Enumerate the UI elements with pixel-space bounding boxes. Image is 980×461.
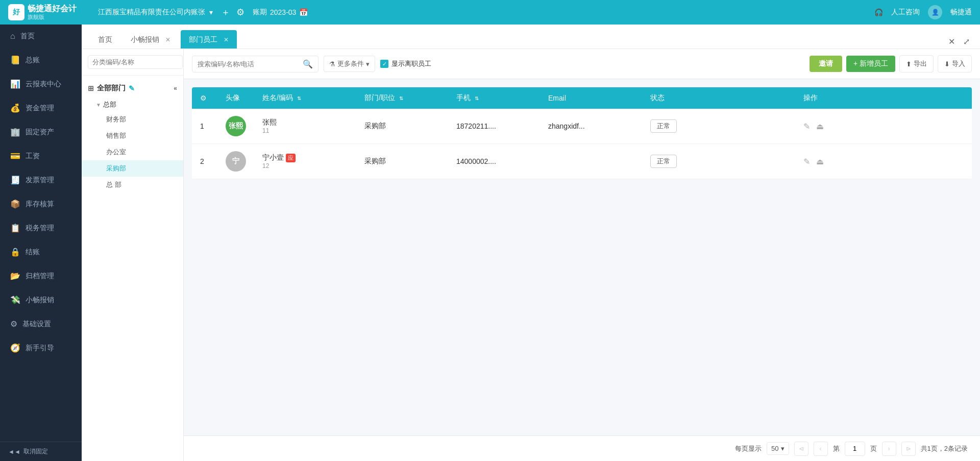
sidebar-item-tax[interactable]: 📋 税务管理 <box>0 216 82 240</box>
show-resigned-toggle[interactable]: 显示离职员工 <box>380 59 431 68</box>
sidebar-item-capital[interactable]: 💰 资金管理 <box>0 96 82 120</box>
sidebar-item-inventory[interactable]: 📦 库存核算 <box>0 192 82 216</box>
ying-badge: 应 <box>286 154 296 162</box>
row-email: zhangxidf... <box>540 109 642 144</box>
tab-xiaochang-close[interactable]: ✕ <box>165 36 170 43</box>
row-phone: 14000002.... <box>448 144 540 179</box>
collapse-icon[interactable]: « <box>174 85 177 92</box>
col-settings[interactable]: ⚙ <box>192 87 217 109</box>
dept-search-input[interactable] <box>88 55 183 69</box>
sidebar-item-label: 小畅报销 <box>26 296 54 305</box>
sidebar-item-label: 发票管理 <box>26 176 54 185</box>
sidebar-item-settings[interactable]: ⚙ 基础设置 <box>0 312 82 336</box>
settings-icon[interactable]: ⚙ <box>236 7 244 18</box>
emp-avatar: 宁 <box>226 151 246 172</box>
edit-emp-icon[interactable]: ✎ <box>803 157 810 166</box>
delete-emp-icon[interactable]: ⏏ <box>816 122 824 131</box>
search-icon[interactable]: 🔍 <box>303 59 313 69</box>
page-no-label: 第 <box>833 444 840 453</box>
col-phone[interactable]: 手机 ⇅ <box>448 87 540 109</box>
tab-dept-emp[interactable]: 部门员工 ✕ <box>181 30 237 48</box>
sidebar-item-archive[interactable]: 📂 归档管理 <box>0 264 82 288</box>
dept-group-label: 总部 <box>103 100 116 109</box>
last-page-btn[interactable]: ⊳ <box>901 442 916 456</box>
calendar-icon[interactable]: 📅 <box>299 8 308 16</box>
dept-child-label: 销售部 <box>106 132 126 139</box>
emp-search-box: 🔍 <box>192 56 318 72</box>
sidebar-item-ledger[interactable]: 📒 总账 <box>0 48 82 72</box>
period-value[interactable]: 2023-03 <box>270 8 296 16</box>
tab-close-all-icon[interactable]: ✕ <box>946 35 957 48</box>
dept-zongbu-sub[interactable]: 总 部 <box>82 177 183 193</box>
sidebar-item-assets[interactable]: 🏢 固定资产 <box>0 120 82 144</box>
period-label: 账期 <box>253 8 267 17</box>
dept-caiwu[interactable]: 财务部 <box>82 111 183 128</box>
row-avatar: 宁 <box>217 144 254 179</box>
col-name-code[interactable]: 姓名/编码 ⇅ <box>254 87 356 109</box>
sidebar-item-reports[interactable]: 📊 云报表中心 <box>0 72 82 96</box>
col-dept[interactable]: 部门/职位 ⇅ <box>356 87 448 109</box>
help-label[interactable]: 人工咨询 <box>891 8 920 17</box>
show-resigned-checkbox[interactable] <box>380 60 388 68</box>
col-dept-label: 部门/职位 <box>364 93 395 102</box>
settings-nav-icon: ⚙ <box>10 319 17 329</box>
tab-xiaochang-label: 小畅报销 <box>131 35 159 43</box>
table-row: 2 宁 宁小壹 应 12 采购部 14000002.... 正常 ✎ ⏏ <box>192 144 972 179</box>
first-page-btn[interactable]: ⊲ <box>794 442 808 456</box>
export-button[interactable]: ⬆ 导出 <box>899 55 934 72</box>
all-depts[interactable]: ⊞ 全部部门 ✎ « <box>82 80 183 97</box>
toolbar-right: 邀请 + 新增员工 ⬆ 导出 ⬇ 导入 <box>810 55 972 72</box>
page-label: 页 <box>870 444 877 453</box>
dept-xiaoshou[interactable]: 销售部 <box>82 128 183 144</box>
emp-search-input[interactable] <box>198 60 300 68</box>
help-icon: 🎧 <box>874 8 883 16</box>
import-label: 导入 <box>952 59 965 68</box>
edit-dept-icon[interactable]: ✎ <box>129 84 135 92</box>
status-badge: 正常 <box>650 155 677 168</box>
row-index: 2 <box>192 144 217 179</box>
table-area: ⚙ 头像 姓名/编码 ⇅ 部门/职位 <box>184 79 980 435</box>
row-index: 1 <box>192 109 217 144</box>
sidebar-item-salary[interactable]: 💳 工资 <box>0 144 82 168</box>
dept-bangongshi[interactable]: 办公室 <box>82 144 183 160</box>
user-name: 畅捷通 <box>950 8 972 17</box>
tab-expand-icon[interactable]: ⤢ <box>961 35 972 48</box>
tab-xiaochang[interactable]: 小畅报销 ✕ <box>122 30 179 48</box>
table-header-row: ⚙ 头像 姓名/编码 ⇅ 部门/职位 <box>192 87 972 109</box>
add-emp-button[interactable]: + 新增员工 <box>846 56 895 72</box>
more-filters-btn[interactable]: ⚗ 更多条件 ▾ <box>324 56 375 72</box>
sidebar-item-xiaochang[interactable]: 💸 小畅报销 <box>0 288 82 312</box>
tab-dept-emp-close[interactable]: ✕ <box>224 36 229 43</box>
dept-caigou[interactable]: 采购部 <box>82 160 183 177</box>
prev-page-btn[interactable]: ‹ <box>814 442 828 456</box>
dropdown-icon[interactable]: ▾ <box>209 8 213 16</box>
cancel-fixed-btn[interactable]: ◄◄ 取消固定 <box>0 442 82 461</box>
sort-name-icon: ⇅ <box>297 95 301 101</box>
row-email <box>540 144 642 179</box>
closing-icon: 🔒 <box>10 247 20 257</box>
row-dept: 采购部 <box>356 109 448 144</box>
import-button[interactable]: ⬇ 导入 <box>938 55 972 72</box>
add-icon[interactable]: ＋ <box>221 6 230 18</box>
tab-home[interactable]: 首页 <box>90 30 120 48</box>
edit-emp-icon[interactable]: ✎ <box>803 122 810 131</box>
sidebar-item-guide[interactable]: 🧭 新手引导 <box>0 336 82 360</box>
next-page-btn[interactable]: › <box>882 442 896 456</box>
user-avatar: 👤 <box>928 5 942 19</box>
sidebar-item-closing[interactable]: 🔒 结账 <box>0 240 82 264</box>
dept-group-zongbu[interactable]: ▼ 总部 <box>82 97 183 111</box>
sidebar-item-home[interactable]: ⌂ 首页 <box>0 25 82 48</box>
company-area[interactable]: 江西服宝精品有限责任公司内账张 ▾ <box>98 8 213 17</box>
page-input[interactable] <box>845 442 865 456</box>
sort-dept-icon: ⇅ <box>399 95 403 101</box>
delete-emp-icon[interactable]: ⏏ <box>816 157 824 166</box>
page-size-select[interactable]: 50 ▾ <box>767 442 789 455</box>
sidebar-item-invoice[interactable]: 🧾 发票管理 <box>0 168 82 192</box>
per-page-label: 每页显示 <box>735 444 762 453</box>
pagination: 每页显示 50 ▾ ⊲ ‹ 第 页 › ⊳ 共1页，2条记录 <box>184 435 980 461</box>
table-row: 1 张熙 张熙 11 采购部 18720211.... zhangxidf...… <box>192 109 972 144</box>
invite-button[interactable]: 邀请 <box>810 56 842 72</box>
ledger-icon: 📒 <box>10 55 20 65</box>
sidebar-item-label: 税务管理 <box>26 224 54 233</box>
logo-area: 好 畅捷通好会计 旗舰版 <box>8 4 90 21</box>
